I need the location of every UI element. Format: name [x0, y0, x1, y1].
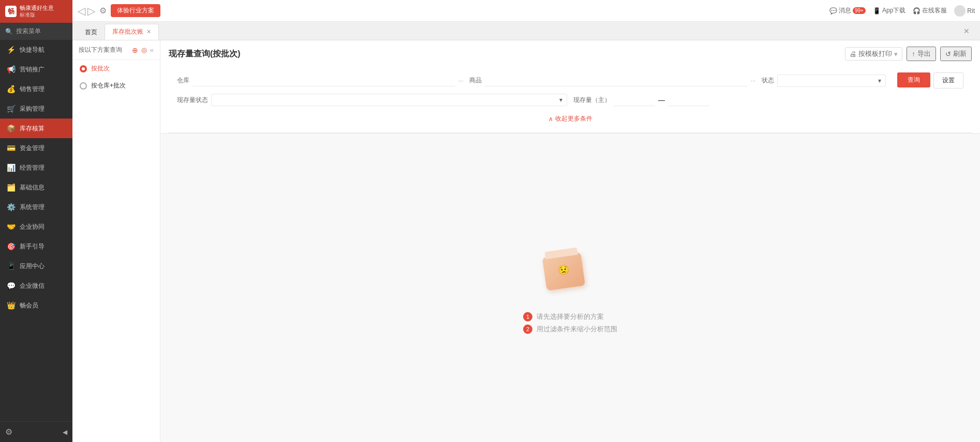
sidebar-item-system[interactable]: ⚙️ 系统管理	[0, 197, 72, 217]
status-select[interactable]: ▾	[777, 75, 886, 87]
basics-icon: 🗂️	[6, 183, 16, 192]
tab-home[interactable]: 首页	[78, 25, 105, 40]
empty-box-face: 😟	[557, 263, 570, 276]
hint-text-1: 请先选择要分析的方案	[537, 312, 604, 321]
refresh-btn[interactable]: ↺ 刷新	[940, 47, 972, 61]
page-title: 现存量查询(按批次)	[169, 49, 241, 60]
add-tab-icon[interactable]: ✕	[963, 27, 970, 35]
user-name: Rit	[967, 7, 975, 14]
sidebar-item-operations[interactable]: 📊 经营管理	[0, 158, 72, 178]
settings-btn-filter[interactable]: 设置	[933, 72, 963, 89]
sidebar-item-label: 应用中心	[20, 262, 44, 271]
msg-label: 消息	[839, 6, 851, 15]
sidebar-item-app-center[interactable]: 📱 应用中心	[0, 256, 72, 276]
scheme-label: 按仓库+批次	[91, 81, 126, 90]
sidebar-item-label: 营销推广	[20, 65, 44, 74]
empty-hint-1: 1 请先选择要分析的方案	[523, 312, 617, 321]
stock-qty-max[interactable]	[668, 94, 709, 106]
print-label: 按模板打印	[858, 49, 892, 58]
footer-collapse-icon[interactable]: ◀	[63, 429, 67, 436]
sidebar-item-label: 企业协同	[20, 223, 44, 231]
purchase-icon: 🛒	[6, 104, 16, 113]
sidebar-item-purchase[interactable]: 🛒 采购管理	[0, 99, 72, 119]
nav-back-icon[interactable]: ◁	[78, 5, 85, 17]
status-dropdown-icon: ▾	[878, 77, 881, 84]
product-more-btn[interactable]: ···	[751, 78, 755, 84]
stock-qty-min[interactable]	[614, 94, 655, 106]
scheme-item-warehouse-batch[interactable]: 按仓库+批次	[72, 77, 160, 94]
app-download-btn[interactable]: 📱 App下载	[873, 6, 905, 15]
topbar-right: 💬 消息 99+ 📱 App下载 🎧 在线客服 Rit	[829, 5, 975, 17]
tab-close-icon[interactable]: ✕	[146, 28, 151, 35]
msg-icon: 💬	[829, 7, 837, 14]
hint-num-1: 1	[523, 312, 532, 321]
sidebar-item-sales[interactable]: 💰 销售管理	[0, 79, 72, 99]
add-scheme-icon[interactable]: ⊕	[132, 46, 138, 54]
export-btn[interactable]: ↑ 导出	[907, 47, 936, 61]
tab-inventory-batch-label: 库存批次账	[112, 27, 143, 36]
nav-forward-icon[interactable]: ▷	[87, 5, 95, 17]
filter-stock-qty-group: 现存量（主） —	[573, 94, 963, 106]
range-dash: —	[658, 96, 665, 104]
product-label: 商品	[469, 76, 482, 85]
app-subtitle: 标准版	[20, 11, 54, 19]
msg-btn[interactable]: 💬 消息 99+	[829, 6, 866, 15]
footer-settings-icon[interactable]: ⚙	[5, 427, 12, 437]
finance-icon: 💳	[6, 143, 16, 153]
topbar-settings-icon[interactable]: ⚙	[99, 6, 107, 16]
product-input[interactable]	[485, 75, 748, 86]
sidebar-item-label: 快捷导航	[20, 46, 44, 54]
left-panel: 按以下方案查询 ⊕ ◎ « 按批次 按仓库+批次	[72, 40, 160, 442]
sidebar-item-guide[interactable]: 🎯 新手引导	[0, 237, 72, 256]
scheme-dot-inner	[82, 67, 85, 70]
hint-text-2: 用过滤条件来缩小分析范围	[537, 325, 617, 334]
query-btn[interactable]: 查询	[897, 72, 930, 87]
service-icon: 🎧	[913, 7, 920, 14]
app-center-icon: 📱	[6, 261, 16, 271]
warehouse-input[interactable]	[192, 75, 455, 86]
search-menu[interactable]: 🔍 搜索菜单	[0, 23, 72, 40]
print-btn[interactable]: 🖨 按模板打印 ▾	[845, 47, 902, 61]
stock-status-select[interactable]: ▾	[211, 94, 567, 106]
content-area: 按以下方案查询 ⊕ ◎ « 按批次 按仓库+批次	[72, 40, 980, 442]
search-menu-label: 搜索菜单	[16, 27, 41, 36]
sidebar-item-inventory[interactable]: 📦 库存核算	[0, 119, 72, 138]
service-btn[interactable]: 🎧 在线客服	[913, 6, 947, 15]
scheme-dot	[80, 65, 87, 72]
filter-range: —	[614, 94, 709, 106]
collapse-more-btn[interactable]: ∧ 收起更多条件	[177, 111, 963, 126]
collapse-left-icon[interactable]: «	[150, 46, 154, 54]
trial-btn[interactable]: 体验行业方案	[111, 4, 160, 17]
app-download-icon: 📱	[873, 7, 881, 14]
sidebar-item-quick-nav[interactable]: ⚡ 快捷导航	[0, 40, 72, 60]
sidebar-item-marketing[interactable]: 📢 营销推广	[0, 60, 72, 79]
sidebar-item-weixin[interactable]: 💬 企业微信	[0, 276, 72, 296]
sidebar-footer: ⚙ ◀	[0, 421, 72, 442]
sidebar-item-label: 新手引导	[20, 242, 44, 251]
stock-qty-label: 现存量（主）	[573, 96, 611, 105]
main-content: 😟 1 请先选择要分析的方案 2 用过滤条件来缩小分析范围	[160, 134, 980, 442]
user-avatar-btn[interactable]: Rit	[954, 5, 975, 17]
avatar	[954, 5, 966, 17]
left-panel-title: 按以下方案查询	[79, 46, 122, 54]
tab-inventory-batch[interactable]: 库存批次账 ✕	[105, 24, 159, 40]
sidebar-item-vip[interactable]: 👑 畅会员	[0, 296, 72, 315]
collapse-arrow-icon: ∧	[548, 115, 553, 123]
empty-hint-2: 2 用过滤条件来缩小分析范围	[523, 325, 617, 334]
status-label: 状态	[762, 76, 774, 85]
topbar: ◁ ▷ ⚙ 体验行业方案 💬 消息 99+ 📱 App下载 🎧 在线客服 Rit	[72, 0, 980, 22]
sales-icon: 💰	[6, 84, 16, 94]
settings-scheme-icon[interactable]: ◎	[141, 46, 147, 54]
sidebar-item-finance[interactable]: 💳 资金管理	[0, 138, 72, 158]
filter-stock-status-group: 现存量状态 ▾	[177, 94, 567, 106]
print-icon: 🖨	[850, 50, 856, 58]
scheme-item-batch[interactable]: 按批次	[72, 60, 160, 77]
sidebar-item-enterprise[interactable]: 🤝 企业协同	[0, 217, 72, 237]
sidebar-nav: ⚡ 快捷导航 📢 营销推广 💰 销售管理 🛒 采购管理 📦 库存核算 💳 资金管…	[0, 40, 72, 421]
sidebar-item-basics[interactable]: 🗂️ 基础信息	[0, 178, 72, 197]
filter-product-group: 商品 ···	[469, 75, 755, 86]
filter-status-group: 状态 ▾	[762, 75, 886, 87]
page-title-row: 现存量查询(按批次) 🖨 按模板打印 ▾ ↑ 导出 ↺	[169, 47, 972, 61]
warehouse-more-btn[interactable]: ···	[458, 78, 463, 84]
tab-home-label: 首页	[85, 28, 97, 36]
